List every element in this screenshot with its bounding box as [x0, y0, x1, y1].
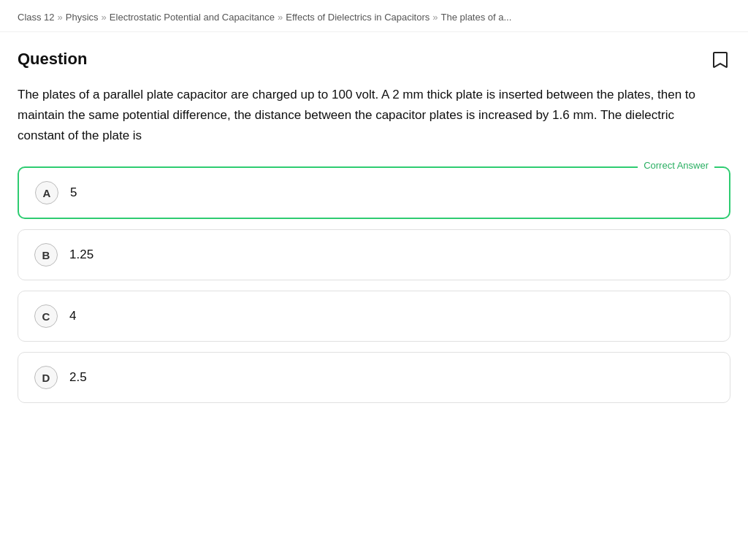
breadcrumb-sep-4: » [432, 12, 438, 23]
breadcrumb: Class 12 » Physics » Electrostatic Poten… [0, 0, 748, 32]
breadcrumb-electrostatic[interactable]: Electrostatic Potential and Capacitance [110, 12, 275, 23]
options-list: Correct AnswerA5B1.25C4D2.5 [18, 166, 730, 403]
question-title: Question [18, 50, 87, 69]
option-value-a: 5 [70, 185, 77, 200]
option-card-c[interactable]: C4 [18, 291, 730, 342]
option-value-c: 4 [69, 309, 76, 323]
main-content: Question The plates of a parallel plate … [0, 32, 748, 426]
breadcrumb-sep-3: » [278, 12, 283, 23]
bookmark-button[interactable] [710, 50, 730, 70]
option-letter-c: C [34, 304, 58, 328]
option-card-a[interactable]: Correct AnswerA5 [18, 166, 730, 219]
breadcrumb-sep-2: » [102, 12, 107, 23]
breadcrumb-effects[interactable]: Effects of Dielectrics in Capacitors [286, 12, 430, 23]
option-letter-b: B [34, 243, 58, 266]
option-value-d: 2.5 [69, 370, 87, 385]
option-letter-d: D [34, 366, 58, 389]
option-letter-a: A [35, 181, 58, 204]
option-card-d[interactable]: D2.5 [18, 352, 730, 403]
question-header: Question [18, 50, 730, 70]
option-card-b[interactable]: B1.25 [18, 229, 730, 280]
breadcrumb-sep-1: » [58, 12, 63, 23]
breadcrumb-current: The plates of a... [441, 12, 512, 23]
option-value-b: 1.25 [69, 248, 94, 262]
question-body: The plates of a parallel plate capacitor… [18, 85, 719, 146]
breadcrumb-physics[interactable]: Physics [66, 12, 99, 23]
correct-answer-label: Correct Answer [638, 160, 714, 171]
breadcrumb-class12[interactable]: Class 12 [18, 12, 55, 23]
